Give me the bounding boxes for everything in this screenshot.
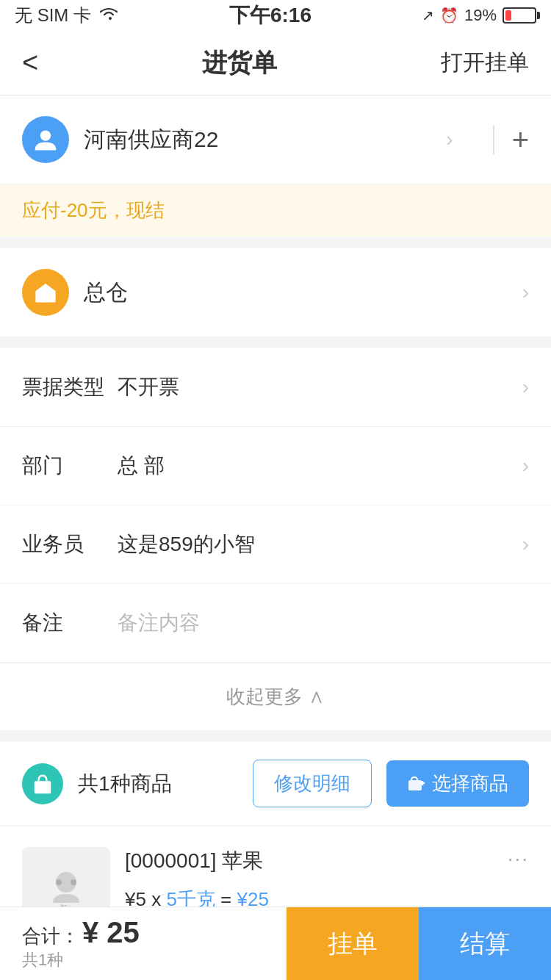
select-product-button[interactable]: 选择商品 bbox=[386, 760, 529, 807]
salesperson-value: 这是859的小智 bbox=[118, 530, 522, 558]
department-chevron: › bbox=[522, 454, 529, 478]
supplier-name: 河南供应商22 bbox=[84, 125, 446, 155]
total-sub: 共1种 bbox=[22, 949, 287, 971]
product-count-icon-wrap bbox=[22, 763, 63, 804]
supplier-row[interactable]: 河南供应商22 › + bbox=[0, 96, 551, 184]
total-section: 合计： ¥ 25 共1种 bbox=[0, 907, 287, 980]
battery-icon bbox=[503, 7, 536, 24]
page-title: 进货单 bbox=[202, 46, 277, 80]
ticket-type-value: 不开票 bbox=[118, 373, 522, 401]
person-icon bbox=[32, 126, 59, 153]
svg-rect-4 bbox=[408, 780, 422, 790]
status-bar: 无 SIM 卡 下午6:16 ↗ ⏰ 19% bbox=[0, 0, 551, 31]
product-code: [0000001] 苹果 bbox=[125, 849, 263, 872]
status-left: 无 SIM 卡 bbox=[15, 4, 119, 27]
svg-point-0 bbox=[40, 130, 51, 140]
settle-button[interactable]: 结算 bbox=[419, 907, 551, 980]
product-count-text: 共1种商品 bbox=[78, 770, 238, 798]
product-more-button[interactable]: ··· bbox=[508, 847, 529, 871]
svg-point-8 bbox=[56, 879, 62, 885]
svg-point-9 bbox=[71, 879, 76, 885]
warehouse-icon-wrap bbox=[22, 269, 69, 316]
carrier-label: 无 SIM 卡 bbox=[15, 4, 91, 27]
back-button[interactable]: < bbox=[22, 47, 38, 79]
ticket-type-row[interactable]: 票据类型 不开票 › bbox=[0, 348, 551, 427]
supplier-card: 河南供应商22 › + 应付-20元，现结 bbox=[0, 96, 551, 237]
product-info: [0000001] 苹果 ¥5 x 5千克 = ¥25 bbox=[125, 847, 493, 912]
total-amount: ¥ 25 bbox=[82, 916, 140, 949]
warehouse-row[interactable]: 总仓 › bbox=[0, 248, 551, 336]
bag-icon bbox=[32, 773, 54, 795]
department-row[interactable]: 部门 总 部 › bbox=[0, 427, 551, 505]
product-name: [0000001] 苹果 bbox=[125, 847, 493, 875]
select-product-label: 选择商品 bbox=[432, 771, 508, 796]
department-value: 总 部 bbox=[118, 452, 522, 480]
ticket-type-label: 票据类型 bbox=[22, 373, 118, 401]
svg-rect-1 bbox=[42, 295, 49, 302]
hang-button[interactable]: 挂单 bbox=[287, 907, 419, 980]
status-time: 下午6:16 bbox=[229, 1, 311, 29]
battery-percent: 19% bbox=[464, 6, 497, 25]
bottom-bar: 合计： ¥ 25 共1种 挂单 结算 bbox=[0, 907, 551, 980]
product-header: 共1种商品 修改明细 选择商品 bbox=[0, 742, 551, 825]
location-icon: ↗ bbox=[422, 7, 434, 24]
hang-label: 挂单 bbox=[328, 927, 378, 961]
chevron-right-icon: › bbox=[446, 128, 453, 151]
status-right: ↗ ⏰ 19% bbox=[422, 6, 536, 25]
supplier-avatar bbox=[22, 116, 69, 163]
remark-row[interactable]: 备注 备注内容 bbox=[0, 584, 551, 663]
notice-bar: 应付-20元，现结 bbox=[0, 184, 551, 237]
ticket-type-chevron: › bbox=[522, 375, 529, 399]
warehouse-name: 总仓 bbox=[84, 278, 522, 308]
total-label: 合计： bbox=[22, 923, 79, 949]
wifi-icon bbox=[98, 5, 119, 26]
cart-icon bbox=[407, 776, 426, 792]
notice-text: 应付-20元，现结 bbox=[22, 199, 165, 221]
remark-placeholder[interactable]: 备注内容 bbox=[118, 609, 529, 637]
svg-rect-2 bbox=[35, 781, 51, 793]
salesperson-label: 业务员 bbox=[22, 530, 118, 558]
remark-label: 备注 bbox=[22, 609, 118, 637]
department-label: 部门 bbox=[22, 452, 118, 480]
supplier-divider bbox=[493, 125, 494, 154]
add-supplier-button[interactable]: + bbox=[512, 123, 529, 156]
collapse-label: 收起更多 ∧ bbox=[226, 685, 324, 707]
open-hang-button[interactable]: 打开挂单 bbox=[441, 48, 529, 78]
alarm-icon: ⏰ bbox=[440, 7, 458, 24]
salesperson-chevron: › bbox=[522, 533, 529, 556]
warehouse-icon bbox=[33, 280, 58, 305]
warehouse-chevron-icon: › bbox=[522, 281, 529, 304]
collapse-button[interactable]: 收起更多 ∧ bbox=[0, 663, 551, 730]
settle-label: 结算 bbox=[460, 927, 510, 961]
salesperson-row[interactable]: 业务员 这是859的小智 › bbox=[0, 505, 551, 584]
nav-bar: < 进货单 打开挂单 bbox=[0, 31, 551, 96]
main-content: 河南供应商22 › + 应付-20元，现结 总仓 › 票据类型 不开票 › bbox=[0, 96, 551, 980]
edit-detail-button[interactable]: 修改明细 bbox=[253, 760, 372, 807]
form-card: 票据类型 不开票 › 部门 总 部 › 业务员 这是859的小智 › 备注 备注… bbox=[0, 348, 551, 730]
